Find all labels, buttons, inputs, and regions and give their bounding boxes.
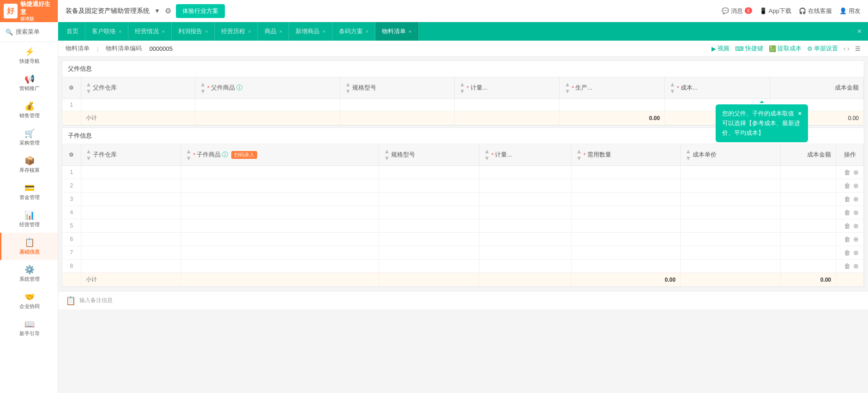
th-settings-parent[interactable]: ⚙	[62, 77, 81, 99]
th-child-unit[interactable]: ▲▼ * 计量...	[479, 144, 571, 166]
child-spec-1[interactable]	[379, 166, 479, 179]
child-unit-cost-1[interactable]	[681, 166, 781, 179]
child-warehouse-2[interactable]	[81, 179, 181, 193]
next-arrow[interactable]: ›	[847, 45, 850, 52]
child-product-4[interactable]	[181, 206, 379, 219]
prev-arrow[interactable]: ‹	[844, 45, 846, 52]
doc-settings-action[interactable]: ⚙ 单据设置	[807, 44, 838, 53]
tab-close-history[interactable]: ×	[248, 29, 251, 34]
child-unit-cost-7[interactable]	[681, 246, 781, 260]
delete-icon-1[interactable]: 🗑	[844, 169, 850, 176]
close-all-tabs[interactable]: ×	[853, 27, 866, 36]
child-qty-7[interactable]	[571, 246, 680, 260]
tab-new-product[interactable]: 新增商品 ×	[289, 22, 332, 41]
child-warehouse-4[interactable]	[81, 206, 181, 219]
child-unit-4[interactable]	[479, 206, 571, 219]
th-parent-spec[interactable]: ▲▼ 规格型号	[340, 77, 454, 99]
child-unit-2[interactable]	[479, 179, 571, 193]
child-warehouse-5[interactable]	[81, 219, 181, 233]
tab-close-bom[interactable]: ×	[409, 29, 411, 34]
th-child-qty[interactable]: ▲▼ * 需用数量	[571, 144, 680, 166]
tab-close-barcode[interactable]: ×	[366, 29, 368, 34]
child-unit-5[interactable]	[479, 219, 571, 233]
system-dropdown[interactable]: ▼	[154, 7, 160, 14]
delete-icon-7[interactable]: 🗑	[844, 249, 850, 256]
child-unit-7[interactable]	[479, 246, 571, 260]
tab-customers[interactable]: 客户联络 ×	[85, 22, 128, 41]
sidebar-item-purchase[interactable]: 🛒 采购管理	[0, 124, 58, 151]
user-action[interactable]: 👤 用友	[839, 7, 861, 15]
parent-spec-1[interactable]	[340, 99, 454, 111]
parent-warehouse-1[interactable]	[81, 99, 195, 111]
child-unit-1[interactable]	[479, 166, 571, 179]
tab-close-profit[interactable]: ×	[205, 29, 208, 34]
delete-icon-5[interactable]: 🗑	[844, 222, 850, 230]
tab-close-products[interactable]: ×	[279, 29, 282, 34]
child-spec-6[interactable]	[379, 233, 479, 246]
tab-close-operations[interactable]: ×	[162, 29, 164, 34]
sidebar-item-basicinfo[interactable]: 📋 基础信息	[0, 233, 58, 260]
child-unit-cost-6[interactable]	[681, 233, 781, 246]
tab-bom[interactable]: 物料清单 ×	[375, 22, 418, 41]
message-action[interactable]: 💬 消息 6	[722, 7, 752, 15]
copy-icon-5[interactable]: ⊕	[853, 222, 859, 230]
sidebar-item-guide[interactable]: 📖 新手引导	[0, 314, 58, 342]
child-spec-2[interactable]	[379, 179, 479, 193]
child-spec-3[interactable]	[379, 193, 479, 206]
sidebar-item-marketing[interactable]: 📢 营销推广	[0, 69, 58, 97]
delete-icon-6[interactable]: 🗑	[844, 236, 850, 243]
th-child-warehouse[interactable]: ▲▼ 子件仓库	[81, 144, 181, 166]
child-warehouse-6[interactable]	[81, 233, 181, 246]
th-child-product[interactable]: ▲▼ * 子件商品 ⓘ 扫码录入	[181, 144, 379, 166]
child-spec-5[interactable]	[379, 219, 479, 233]
child-qty-3[interactable]	[571, 193, 680, 206]
delete-icon-2[interactable]: 🗑	[844, 182, 850, 189]
tab-close-new-product[interactable]: ×	[322, 29, 325, 34]
child-spec-8[interactable]	[379, 260, 479, 273]
child-warehouse-1[interactable]	[81, 166, 181, 179]
child-unit-cost-2[interactable]	[681, 179, 781, 193]
delete-icon-4[interactable]: 🗑	[844, 209, 850, 216]
th-child-spec[interactable]: ▲▼ 规格型号	[379, 144, 479, 166]
tab-history[interactable]: 经营历程 ×	[215, 22, 258, 41]
tab-profit[interactable]: 利润报告 ×	[172, 22, 215, 41]
scan-badge[interactable]: 扫码录入	[231, 151, 257, 159]
app-download-action[interactable]: 📱 App下载	[760, 7, 791, 15]
delete-icon-8[interactable]: 🗑	[844, 262, 850, 270]
copy-icon-6[interactable]: ⊕	[853, 236, 859, 243]
list-view-icon[interactable]: ☰	[855, 45, 861, 52]
parent-production-1[interactable]	[560, 99, 665, 111]
sidebar-item-sales[interactable]: 💰 销售管理	[0, 97, 58, 124]
th-child-unit-cost[interactable]: ▲▼ 成本单价	[681, 144, 781, 166]
tab-close-customers[interactable]: ×	[119, 29, 121, 34]
child-unit-8[interactable]	[479, 260, 571, 273]
parent-product-1[interactable]	[195, 99, 340, 111]
th-parent-warehouse[interactable]: ▲▼ 父件仓库	[81, 77, 195, 99]
copy-icon-1[interactable]: ⊕	[853, 169, 859, 176]
child-warehouse-7[interactable]	[81, 246, 181, 260]
online-service-action[interactable]: 🎧 在线客服	[799, 7, 832, 15]
search-menu-button[interactable]: 🔍 搜索菜单	[4, 26, 54, 38]
delete-icon-3[interactable]: 🗑	[844, 195, 850, 203]
sidebar-item-enterprise[interactable]: 🤝 企业协同	[0, 287, 58, 314]
copy-icon-7[interactable]: ⊕	[853, 249, 859, 256]
child-warehouse-8[interactable]	[81, 260, 181, 273]
child-unit-cost-5[interactable]	[681, 219, 781, 233]
tab-products[interactable]: 商品 ×	[258, 22, 289, 41]
tab-barcode[interactable]: 条码方案 ×	[332, 22, 375, 41]
child-unit-3[interactable]	[479, 193, 571, 206]
child-unit-cost-8[interactable]	[681, 260, 781, 273]
sidebar-item-quicknav[interactable]: ⚡ 快捷导航	[0, 42, 58, 69]
child-qty-2[interactable]	[571, 179, 680, 193]
child-qty-5[interactable]	[571, 219, 680, 233]
sidebar-item-finance[interactable]: 💳 资金管理	[0, 178, 58, 206]
parent-unit-1[interactable]	[454, 99, 560, 111]
copy-icon-4[interactable]: ⊕	[853, 209, 859, 216]
copy-icon-3[interactable]: ⊕	[853, 195, 859, 203]
child-product-5[interactable]	[181, 219, 379, 233]
child-qty-1[interactable]	[571, 166, 680, 179]
child-qty-4[interactable]	[571, 206, 680, 219]
settings-icon[interactable]: ⚙	[165, 6, 171, 15]
child-spec-4[interactable]	[379, 206, 479, 219]
shortcut-action[interactable]: ⌨ 快捷键	[735, 44, 763, 53]
